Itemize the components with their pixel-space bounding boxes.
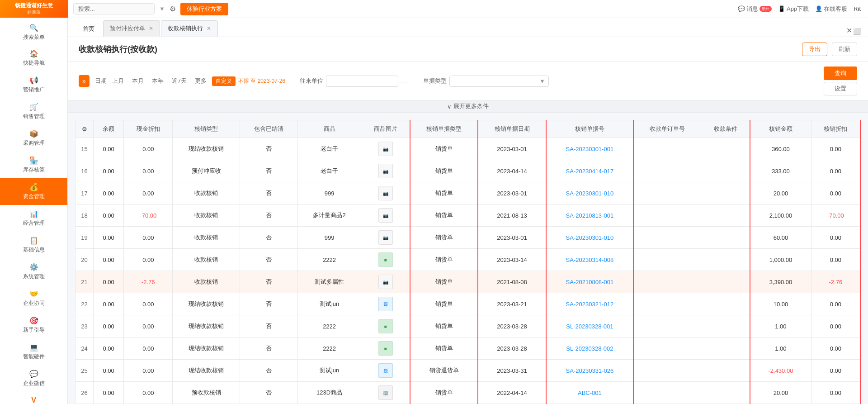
row-doc-no[interactable]: SA-20230301-001: [546, 138, 633, 160]
date-btn-this-month[interactable]: 本月: [129, 76, 146, 86]
row-amount: 10.00: [750, 293, 811, 315]
sidebar-item-search[interactable]: 🔍 搜索菜单: [0, 18, 67, 45]
app-download-btn[interactable]: 📱 App下载: [778, 5, 809, 13]
row-balance: 0.00: [94, 315, 124, 337]
row-doc-no[interactable]: SA-20230331-026: [546, 360, 633, 382]
page-title: 收款核销执行(按收款): [79, 44, 157, 55]
row-doc-no[interactable]: ABC-001: [546, 382, 633, 404]
online-service-btn[interactable]: 👤 在线客服: [815, 5, 847, 13]
row-doc-no[interactable]: SL-20230328-002: [546, 337, 633, 360]
sidebar-item-operations[interactable]: 📊 经营管理: [0, 205, 67, 232]
operations-icon: 📊: [29, 209, 38, 218]
row-cash-discount: 0.00: [124, 227, 173, 249]
row-cash-discount: 0.00: [124, 315, 173, 337]
tab-writeoff-close[interactable]: ✕: [207, 25, 211, 32]
row-receipt-cond: [701, 204, 750, 227]
export-btn[interactable]: 导出: [802, 43, 827, 56]
row-include-cleared: 否: [240, 293, 297, 315]
row-discount: 0.00: [811, 337, 860, 360]
sidebar-item-basic-info[interactable]: 📋 基础信息: [0, 232, 67, 258]
col-amount: 核销金额: [750, 120, 811, 138]
date-range: 不限 至 2023-07-26: [238, 77, 285, 85]
date-btn-last-month[interactable]: 上月: [109, 76, 127, 86]
row-doc-date: 2023-03-31: [478, 360, 546, 382]
row-id: 26: [75, 382, 94, 404]
row-doc-date: 2023-03-14: [478, 249, 546, 271]
messages-btn[interactable]: 💬 消息 99+: [738, 5, 772, 13]
row-id: 24: [75, 337, 94, 360]
tab-writeoff[interactable]: 收款核销执行 ✕: [161, 20, 218, 37]
tab-prepay-close[interactable]: ✕: [149, 25, 153, 32]
row-writeoff-type: 收款核销: [173, 271, 240, 293]
col-settings[interactable]: ⚙: [75, 120, 94, 138]
row-discount: 0.00: [811, 360, 860, 382]
collab-icon: 🤝: [29, 290, 38, 298]
row-receipt-cond: [701, 160, 750, 182]
from-unit-input[interactable]: [326, 76, 398, 87]
date-btn-7days[interactable]: 近7天: [169, 76, 189, 86]
expand-more-btn[interactable]: ∨ 展开更多条件: [447, 102, 489, 110]
sidebar-item-sales[interactable]: 🛒 销售管理: [0, 98, 67, 125]
row-doc-no[interactable]: SA-20230314-008: [546, 249, 633, 271]
row-receipt-no: [633, 382, 701, 404]
row-doc-type: 销货单: [410, 315, 478, 337]
user-name[interactable]: Rit: [854, 5, 861, 12]
date-btn-this-year[interactable]: 本年: [149, 76, 166, 86]
row-doc-no[interactable]: SL-20230328-001: [546, 315, 633, 337]
row-balance: 0.00: [94, 138, 124, 160]
sidebar-item-guide[interactable]: 🎯 新手引导: [0, 312, 67, 338]
row-goods-img: 📷: [361, 271, 410, 293]
tab-prepay[interactable]: 预付冲应付单 ✕: [103, 20, 160, 37]
row-doc-no[interactable]: SA-20210813-001: [546, 204, 633, 227]
sidebar-item-system[interactable]: ⚙️ 系统管理: [0, 258, 67, 285]
settings-btn[interactable]: 设置: [824, 82, 857, 95]
row-doc-no[interactable]: SA-20210808-001: [546, 271, 633, 293]
row-goods: 测试jun: [298, 293, 361, 315]
search-input-top[interactable]: [73, 3, 155, 14]
col-receipt-cond: 收款条件: [701, 120, 750, 138]
filter-expand-btn[interactable]: »: [79, 75, 90, 87]
date-btn-more[interactable]: 更多: [192, 76, 209, 86]
dropdown-icon[interactable]: ▼: [159, 5, 165, 12]
row-id: 16: [75, 160, 94, 182]
row-include-cleared: 否: [240, 227, 297, 249]
row-doc-type: 销货单: [410, 271, 478, 293]
sidebar-item-member[interactable]: V 畅会员: [0, 392, 67, 404]
tab-home[interactable]: 首页: [75, 20, 102, 37]
row-doc-no[interactable]: SA-20230301-010: [546, 182, 633, 204]
row-id: 23: [75, 315, 94, 337]
row-receipt-no: [633, 271, 701, 293]
row-receipt-no: [633, 138, 701, 160]
gear-icon[interactable]: ⚙: [170, 5, 176, 13]
row-goods: 999: [298, 182, 361, 204]
industry-btn[interactable]: 休验行业方案: [180, 3, 228, 15]
sidebar-item-marketing[interactable]: 📢 营销推广: [0, 71, 67, 98]
row-receipt-cond: [701, 271, 750, 293]
bill-type-select[interactable]: [449, 76, 549, 87]
refresh-btn[interactable]: 刷新: [832, 43, 857, 56]
row-receipt-no: [633, 204, 701, 227]
row-doc-no[interactable]: SA-20230321-012: [546, 293, 633, 315]
row-receipt-cond: [701, 382, 750, 404]
basic-info-icon: 📋: [29, 236, 38, 245]
row-cash-discount: 0.00: [124, 138, 173, 160]
row-goods-img: 📷: [361, 182, 410, 204]
maximize-btn[interactable]: ⬜: [853, 28, 861, 35]
sidebar-item-finance[interactable]: 💰 资金管理: [0, 178, 67, 205]
sidebar-item-inventory[interactable]: 🏪 库存核算: [0, 152, 67, 178]
sidebar-item-wechat[interactable]: 💬 企业微信: [0, 365, 67, 392]
query-btn[interactable]: 查询: [824, 67, 857, 80]
row-doc-type: 销货单: [410, 182, 478, 204]
close-window-btn[interactable]: ✕: [846, 26, 852, 35]
sidebar-item-quicknav[interactable]: 🏠 快捷导航: [0, 45, 67, 71]
sidebar-item-collab[interactable]: 🤝 企业协同: [0, 285, 67, 312]
sidebar-item-hardware[interactable]: 💻 智能硬件: [0, 338, 67, 365]
row-discount: 0.00: [811, 227, 860, 249]
date-btn-custom[interactable]: 自定义: [212, 76, 236, 86]
sidebar-item-purchase[interactable]: 📦 采购管理: [0, 125, 67, 152]
row-receipt-cond: [701, 315, 750, 337]
row-receipt-cond: [701, 293, 750, 315]
main-content: 首页 预付冲应付单 ✕ 收款核销执行 ✕ ✕ ⬜ 收款核销执行(按收款) 导出 …: [68, 18, 868, 404]
row-doc-no[interactable]: SA-20230301-010: [546, 227, 633, 249]
row-doc-no[interactable]: SA-20230414-017: [546, 160, 633, 182]
